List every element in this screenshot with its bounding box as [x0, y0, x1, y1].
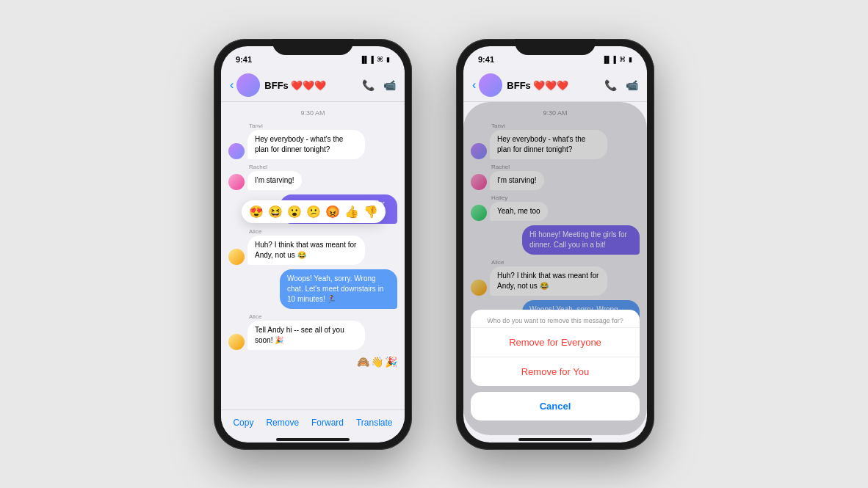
sticker3: 🎉 — [385, 356, 397, 368]
emoji-sad[interactable]: 😕 — [306, 205, 321, 219]
emoji-laugh[interactable]: 😆 — [268, 205, 283, 219]
phone-right: 9:41 ▐▌▐ ⌘ ▮ ‹ BFFs ❤️❤️❤️ 📞 📹 — [456, 39, 654, 450]
context-translate[interactable]: Translate — [356, 418, 393, 428]
nav-avatar-right — [479, 73, 502, 97]
status-icons-left: ▐▌▐ ⌘ ▮ — [360, 56, 390, 63]
notch-right — [515, 39, 596, 55]
remove-for-everyone-button[interactable]: Remove for Everyone — [471, 328, 640, 357]
sender-rachel: Rachel — [247, 164, 302, 170]
sticker2: 👋 — [371, 356, 383, 368]
avatar-tanvi — [228, 143, 245, 159]
avatar-alice1 — [228, 249, 245, 265]
nav-title-left: BFFs ❤️❤️❤️ — [264, 80, 362, 91]
context-menu: Copy Remove Forward Translate — [221, 409, 405, 435]
context-forward[interactable]: Forward — [311, 418, 344, 428]
video-icon-right[interactable]: 📹 — [626, 79, 638, 91]
action-sheet-title: Who do you want to remove this message f… — [471, 310, 640, 328]
phone-icon-left[interactable]: 📞 — [362, 79, 375, 91]
context-remove[interactable]: Remove — [266, 418, 299, 428]
emoji-love[interactable]: 😍 — [249, 205, 264, 219]
remove-for-you-button[interactable]: Remove for You — [471, 357, 640, 386]
wifi-icon-r: ⌘ — [619, 56, 626, 63]
emoji-wow[interactable]: 😮 — [287, 205, 302, 219]
reaction-bar: 😍 😆 😮 😕 😡 👍 👎 — [242, 200, 386, 223]
message-row-alice2: Alice Tell Andy hi -- see all of you soo… — [228, 313, 397, 350]
status-time-right: 9:41 — [478, 55, 494, 64]
phones-container: 9:41 ▐▌▐ ⌘ ▮ ‹ BFFs ❤️❤️❤️ 📞 📹 9:30 A — [214, 39, 654, 450]
home-indicator-right — [518, 438, 592, 441]
bubble-alice2: Tell Andy hi -- see all of you soon! 🎉 — [247, 321, 365, 350]
bubble-sent2: Woops! Yeah, sorry. Wrong chat. Let's me… — [280, 269, 397, 309]
sticker1: 🙈 — [357, 356, 369, 368]
phone-left: 9:41 ▐▌▐ ⌘ ▮ ‹ BFFs ❤️❤️❤️ 📞 📹 9:30 A — [214, 39, 412, 450]
action-sheet: Who do you want to remove this message f… — [463, 310, 647, 435]
signal-icon-r: ▐▌▐ — [602, 56, 616, 63]
context-copy[interactable]: Copy — [233, 418, 253, 428]
msg-content-alice1: Alice Huh? I think that was meant for An… — [247, 228, 365, 265]
msg-content-alice2: Alice Tell Andy hi -- see all of you soo… — [247, 313, 365, 350]
battery-icon: ▮ — [386, 56, 390, 63]
message-row-tanvi: Tanvi Hey everybody - what's the plan fo… — [228, 123, 397, 159]
nav-title-right: BFFs ❤️❤️❤️ — [507, 80, 604, 91]
back-button-right[interactable]: ‹ — [472, 79, 476, 92]
sender-alice2: Alice — [247, 313, 365, 320]
notch — [272, 39, 353, 55]
msg-content-sent2: Woops! Yeah, sorry. Wrong chat. Let's me… — [280, 269, 397, 309]
nav-actions-left: 📞 📹 — [362, 79, 396, 91]
emoji-angry[interactable]: 😡 — [325, 205, 340, 219]
message-row-rachel: Rachel I'm starving! — [228, 164, 397, 190]
action-sheet-card: Who do you want to remove this message f… — [471, 310, 640, 386]
video-icon-left[interactable]: 📹 — [383, 79, 396, 91]
phone-inner-left: 9:41 ▐▌▐ ⌘ ▮ ‹ BFFs ❤️❤️❤️ 📞 📹 9:30 A — [221, 46, 405, 443]
nav-actions-right: 📞 📹 — [604, 79, 638, 91]
sender-tanvi: Tanvi — [247, 123, 365, 129]
bubble-rachel: I'm starving! — [247, 171, 302, 190]
phone-inner-right: 9:41 ▐▌▐ ⌘ ▮ ‹ BFFs ❤️❤️❤️ 📞 📹 — [463, 46, 647, 443]
nav-bar-left: ‹ BFFs ❤️❤️❤️ 📞 📹 — [221, 70, 405, 102]
bubble-tanvi: Hey everybody - what's the plan for dinn… — [247, 130, 365, 159]
message-row-alice1: Alice Huh? I think that was meant for An… — [228, 228, 397, 265]
status-time-left: 9:41 — [236, 55, 252, 64]
back-button-left[interactable]: ‹ — [230, 79, 234, 92]
message-row-sent2: Woops! Yeah, sorry. Wrong chat. Let's me… — [228, 269, 397, 309]
status-icons-right: ▐▌▐ ⌘ ▮ — [602, 56, 632, 63]
emoji-sticker-row: 🙈 👋 🎉 — [228, 356, 397, 368]
wifi-icon: ⌘ — [377, 56, 383, 63]
chat-area-right-wrap: 9:30 AM Tanvi Hey everybody - what's the… — [463, 102, 647, 435]
avatar-rachel — [228, 174, 245, 190]
emoji-thumbsup[interactable]: 👍 — [344, 205, 359, 219]
signal-icon: ▐▌▐ — [360, 56, 374, 63]
nav-bar-right: ‹ BFFs ❤️❤️❤️ 📞 📹 — [463, 70, 647, 102]
chat-area-left: 9:30 AM Tanvi Hey everybody - what's the… — [221, 102, 405, 409]
home-indicator-left — [276, 438, 350, 441]
emoji-thumbsdown[interactable]: 👎 — [364, 205, 378, 219]
phone-icon-right[interactable]: 📞 — [604, 79, 617, 91]
nav-avatar-left — [236, 73, 260, 97]
cancel-button[interactable]: Cancel — [471, 392, 640, 420]
msg-content-tanvi: Tanvi Hey everybody - what's the plan fo… — [247, 123, 365, 159]
sender-alice1: Alice — [247, 228, 365, 235]
bubble-alice1: Huh? I think that was meant for Andy, no… — [247, 236, 365, 265]
battery-icon-r: ▮ — [629, 56, 632, 63]
avatar-alice2 — [228, 334, 245, 350]
timestamp-left: 9:30 AM — [228, 109, 397, 117]
msg-content-rachel: Rachel I'm starving! — [247, 164, 302, 190]
